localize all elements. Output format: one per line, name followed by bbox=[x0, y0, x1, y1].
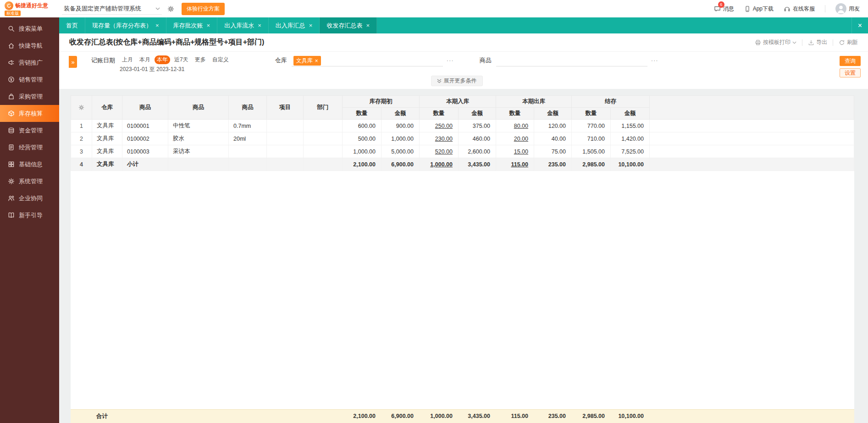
export-button[interactable]: 导出 bbox=[808, 38, 827, 46]
tab-label: 收发存汇总表 bbox=[326, 22, 362, 30]
trial-industry-plan-button[interactable]: 体验行业方案 bbox=[182, 3, 225, 15]
cell-product-spec bbox=[229, 145, 267, 158]
table-row[interactable]: 2 文具库 0100002 胶水 20ml 500.00 1,000.00 23… bbox=[71, 132, 854, 145]
sidebar-item-search-menu[interactable]: 搜索菜单 bbox=[0, 20, 59, 37]
row-number: 4 bbox=[71, 158, 92, 171]
cell-inbound-amount: 375.00 bbox=[459, 120, 496, 132]
sidebar-item-sales[interactable]: 销售管理 bbox=[0, 71, 59, 88]
tab-in-out-flow[interactable]: 出入库流水 × bbox=[217, 17, 269, 33]
range-this-year-button[interactable]: 本年 bbox=[155, 55, 170, 64]
tab-close-icon[interactable]: × bbox=[207, 22, 210, 28]
col-header-filler bbox=[650, 96, 854, 120]
inbound-qty-link[interactable]: 250.00 bbox=[435, 123, 453, 129]
tab-label: 库存批次账 bbox=[173, 22, 203, 30]
outbound-qty-link[interactable]: 80.00 bbox=[514, 123, 528, 129]
range-more-button[interactable]: 更多 bbox=[193, 55, 208, 64]
sidebar-item-inventory-accounting[interactable]: 库存核算 bbox=[0, 105, 59, 122]
refresh-button[interactable]: 刷新 bbox=[839, 38, 858, 46]
column-settings-button[interactable] bbox=[71, 96, 92, 120]
expand-more-conditions-button[interactable]: 展开更多条件 bbox=[431, 76, 483, 86]
search-button[interactable]: 查询 bbox=[840, 56, 861, 66]
tab-close-icon[interactable]: × bbox=[155, 22, 159, 28]
sidebar-item-operations[interactable]: 经营管理 bbox=[0, 139, 59, 156]
subtotal-row[interactable]: 4 文具库 小计 2,100.00 6,900.00 1,000.00 bbox=[71, 158, 854, 171]
messages-button[interactable]: 消息 6 bbox=[714, 5, 734, 13]
sidebar-item-collaboration[interactable]: 企业协同 bbox=[0, 190, 59, 207]
inbound-qty-link[interactable]: 1,000.00 bbox=[430, 161, 453, 168]
sidebar-item-purchase[interactable]: 采购管理 bbox=[0, 88, 59, 105]
date-range-value[interactable]: 2023-01-01 至 2023-12-31 bbox=[120, 66, 231, 73]
table-row[interactable]: 1 文具库 0100001 中性笔 0.7mm 600.00 900.00 25… bbox=[71, 120, 854, 132]
system-selector[interactable]: 装备及固定资产辅助管理系统 bbox=[62, 3, 162, 15]
tab-close-icon[interactable]: × bbox=[258, 22, 261, 28]
table-row[interactable]: 3 文具库 0100003 采访本 1,000.00 5,000.00 520.… bbox=[71, 145, 854, 158]
cell-project bbox=[267, 120, 304, 132]
sidebar-item-label: 经营管理 bbox=[19, 143, 43, 152]
app-download-button[interactable]: App下载 bbox=[744, 5, 774, 13]
outbound-qty-link[interactable]: 115.00 bbox=[511, 161, 528, 168]
total-outbound-amount: 235.00 bbox=[534, 409, 571, 423]
tab-close-icon[interactable]: × bbox=[366, 22, 370, 28]
settings-gear-button[interactable] bbox=[167, 5, 174, 12]
warehouse-tag-label: 文具库 bbox=[296, 57, 313, 65]
date-filter-label: 记账日期 bbox=[91, 55, 115, 66]
warehouse-filter-group: 仓库 文具库 × ··· bbox=[275, 55, 454, 66]
tab-in-out-summary[interactable]: 出入库汇总 × bbox=[269, 17, 320, 33]
range-last-month-button[interactable]: 上月 bbox=[120, 55, 135, 64]
range-last-7-days-button[interactable]: 近7天 bbox=[172, 55, 191, 64]
settings-button[interactable]: 设置 bbox=[840, 68, 861, 77]
collapse-filters-button[interactable]: » bbox=[69, 56, 77, 68]
total-inbound-qty: 1,000.00 bbox=[419, 409, 458, 423]
sub-header-qty: 数量 bbox=[420, 108, 459, 120]
tab-current-stock-distribution[interactable]: 现存量（库存分布表） × bbox=[85, 17, 166, 33]
sidebar-item-quick-nav[interactable]: 快捷导航 bbox=[0, 37, 59, 54]
toolbar-divider bbox=[833, 39, 833, 46]
cell-product-name: 中性笔 bbox=[168, 120, 229, 132]
cell-filler bbox=[650, 145, 854, 158]
tab-close-icon[interactable]: × bbox=[309, 22, 313, 28]
col-header-warehouse: 仓库 bbox=[92, 96, 122, 120]
cell-balance-amount: 1,420.00 bbox=[611, 132, 650, 145]
tab-receipt-issue-balance-summary[interactable]: 收发存汇总表 × bbox=[320, 17, 377, 33]
print-by-template-button[interactable]: 按模板打印 bbox=[755, 38, 796, 46]
product-more-button[interactable]: ··· bbox=[651, 55, 658, 66]
search-icon bbox=[8, 25, 15, 32]
online-service-label: 在线客服 bbox=[793, 5, 815, 13]
inbound-qty-link[interactable]: 520.00 bbox=[435, 148, 453, 155]
tab-bar: 首页 现存量（库存分布表） × 库存批次账 × 出入库流水 × 出入库汇总 × bbox=[59, 17, 868, 33]
cell-balance-qty: 770.00 bbox=[572, 120, 611, 132]
refresh-label: 刷新 bbox=[847, 38, 858, 46]
table-scroll-area[interactable]: 仓库 商品 商品 商品 项目 部门 库存期初 本期入库 本期出库 结存 bbox=[71, 95, 854, 409]
sidebar-item-guide[interactable]: 新手引导 bbox=[0, 207, 59, 224]
range-custom-button[interactable]: 自定义 bbox=[210, 55, 231, 64]
warehouse-input[interactable]: 文具库 × bbox=[292, 55, 443, 66]
online-service-button[interactable]: 在线客服 bbox=[784, 5, 815, 13]
user-menu[interactable]: 用友 bbox=[835, 3, 860, 14]
range-this-month-button[interactable]: 本月 bbox=[137, 55, 153, 64]
sidebar-item-base-info[interactable]: 基础信息 bbox=[0, 156, 59, 173]
gear-icon bbox=[8, 178, 15, 185]
purchase-bag-icon bbox=[8, 93, 15, 100]
sidebar-item-system[interactable]: 系统管理 bbox=[0, 173, 59, 190]
cell-product-code: 0100001 bbox=[122, 120, 168, 132]
sidebar-item-marketing[interactable]: 营销推广 bbox=[0, 54, 59, 71]
cell-opening-qty: 2,100.00 bbox=[343, 158, 381, 171]
col-header-product-spec: 商品 bbox=[229, 96, 267, 120]
inbound-qty-link[interactable]: 230.00 bbox=[435, 136, 453, 142]
tab-stock-batch-ledger[interactable]: 库存批次账 × bbox=[166, 17, 218, 33]
sidebar-item-funds[interactable]: 资金管理 bbox=[0, 122, 59, 139]
cell-warehouse: 文具库 bbox=[92, 120, 122, 132]
remove-tag-icon[interactable]: × bbox=[315, 58, 318, 64]
cell-outbound-qty: 15.00 bbox=[496, 145, 534, 158]
inventory-box-icon bbox=[8, 110, 15, 117]
outbound-qty-link[interactable]: 15.00 bbox=[514, 148, 528, 155]
tab-home[interactable]: 首页 bbox=[59, 17, 85, 33]
cell-product-name: 采访本 bbox=[168, 145, 229, 158]
double-chevron-down-icon bbox=[437, 79, 442, 83]
product-input[interactable] bbox=[496, 55, 647, 66]
warehouse-more-button[interactable]: ··· bbox=[447, 55, 454, 66]
outbound-qty-link[interactable]: 20.00 bbox=[514, 136, 528, 142]
total-outbound-qty: 115.00 bbox=[496, 409, 534, 423]
sidebar-item-label: 销售管理 bbox=[19, 76, 43, 84]
close-all-tabs-button[interactable]: × bbox=[851, 17, 868, 33]
